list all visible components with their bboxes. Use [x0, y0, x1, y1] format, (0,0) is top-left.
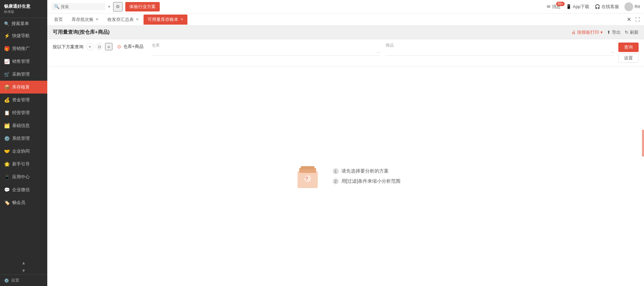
sidebar-item-inventory[interactable]: 📦 库存核算 — [0, 81, 47, 94]
page-header: 可用量查询(按仓库+商品) 🖨 按模板打印 ▾ ⬆ 导出 ↻ 刷新 — [47, 26, 644, 39]
sidebar-item-sales[interactable]: 📈 销售管理 — [0, 55, 47, 68]
sidebar-search-item[interactable]: 🔍 搜索菜单 — [0, 18, 47, 29]
logo-sub: 标准版 — [4, 9, 43, 14]
sidebar-search-label: 搜索菜单 — [11, 21, 29, 27]
sidebar-item-label: 营销推广 — [12, 46, 30, 52]
btn-template-print[interactable]: 🖨 按模板打印 ▾ — [571, 29, 603, 35]
goods-more-btn[interactable]: ··· — [611, 50, 614, 55]
tab-receipt-summary-close[interactable]: ✕ — [136, 17, 139, 22]
btn-settings[interactable]: 设置 — [618, 53, 639, 63]
sidebar-item-system[interactable]: ⚙️ 系统管理 — [0, 132, 47, 145]
sidebar-item-label: 快捷导航 — [12, 33, 30, 39]
sidebar-item-label: 销售管理 — [12, 58, 30, 64]
user-name: Rit — [635, 4, 640, 9]
tab-receipt-summary-label: 收发存汇总表 — [107, 17, 134, 23]
tab-available-ledger-close[interactable]: ✕ — [180, 17, 183, 22]
sidebar-item-label: 资金管理 — [12, 97, 30, 103]
sidebar-item-appcenter[interactable]: 📱 应用中心 — [0, 171, 47, 183]
sidebar-item-label: 企业协同 — [12, 148, 30, 154]
sidebar-item-label: 企业微信 — [12, 187, 30, 193]
search-icon: 🔍 — [4, 21, 9, 26]
msg-badge: 99+ — [556, 2, 565, 6]
sidebar-item-label: 经营管理 — [12, 110, 30, 116]
sidebar-item-wechat[interactable]: 💬 企业微信 — [0, 183, 47, 196]
filter-label: 按以下方案查询 — [53, 43, 83, 50]
wechat-icon: 💬 — [4, 187, 9, 192]
tab-maximize[interactable]: ⛶ — [634, 17, 641, 22]
sidebar-item-finance[interactable]: 💰 资金管理 — [0, 94, 47, 106]
topbar-dropdown-icon[interactable]: ▾ — [108, 4, 110, 9]
marketing-icon: 🎁 — [4, 46, 9, 51]
content-area: 可用量查询(按仓库+商品) 🖨 按模板打印 ▾ ⬆ 导出 ↻ 刷新 按以下方案 — [47, 26, 644, 286]
goods-input[interactable] — [386, 50, 610, 55]
sidebar-bottom-settings[interactable]: ⚙️ 设置 — [0, 275, 47, 286]
service-icon: 🎧 — [595, 4, 600, 9]
sidebar: 畅康通好生意 标准版 🔍 搜索菜单 ⚡ 快捷导航 🎁 营销推广 📈 销售管理 🛒… — [0, 0, 47, 286]
btn-collapse[interactable]: « — [105, 43, 112, 50]
empty-tip-1: 1 请先选择要分析的方案 — [333, 168, 401, 174]
tab-batch-account[interactable]: 库存批次账 ✕ — [68, 15, 103, 25]
tip-num-1: 1 — [333, 168, 339, 174]
sidebar-item-enterprise[interactable]: 🤝 企业协同 — [0, 145, 47, 158]
app-icon: 📱 — [566, 4, 571, 9]
sidebar-logo: 畅康通好生意 标准版 — [0, 0, 47, 18]
topbar-search-box[interactable]: 🔍 — [51, 3, 105, 10]
main-area: 🔍 ▾ ⚙ 体验行业方案 ✉ 消息 99+ 📱 App下载 🎧 在线客服 Rit — [47, 0, 644, 286]
tab-batch-account-close[interactable]: ✕ — [96, 17, 99, 22]
template-print-dropdown[interactable]: ▾ — [600, 30, 603, 35]
tab-available-ledger-label: 可用量库存账本 — [148, 17, 178, 23]
tip-text-1: 请先选择要分析的方案 — [341, 168, 389, 174]
purchase-icon: 🛒 — [4, 72, 9, 77]
tab-available-ledger[interactable]: 可用量库存账本 ✕ — [144, 15, 187, 25]
settings-icon: ⚙️ — [4, 278, 9, 283]
empty-tip-2: 2 用[过滤]条件来缩小分析范围 — [333, 178, 401, 184]
industry-btn[interactable]: 体验行业方案 — [125, 2, 160, 11]
tabbar-actions: ✕ ⛶ — [625, 16, 641, 23]
app-label: App下载 — [573, 4, 589, 10]
tab-batch-account-label: 库存批次账 — [72, 17, 94, 23]
sidebar-item-marketing[interactable]: 🎁 营销推广 — [0, 42, 47, 55]
goods-input-container: ··· — [386, 49, 614, 56]
quick-nav-icon: ⚡ — [4, 33, 9, 38]
scheme-item-warehouse-goods[interactable]: ⊙ 仓库+商品 — [114, 43, 146, 51]
warehouse-input[interactable] — [152, 50, 376, 55]
topbar-msg[interactable]: ✉ 消息 99+ — [547, 4, 561, 10]
btn-add-scheme[interactable]: + — [86, 43, 94, 50]
sidebar-item-operation[interactable]: 📋 经营管理 — [0, 106, 47, 119]
appcenter-icon: 📱 — [4, 174, 9, 180]
topbar-user[interactable]: Rit — [624, 2, 640, 11]
tip-text-2: 用[过滤]条件来缩小分析范围 — [341, 178, 401, 184]
tab-home[interactable]: 首页 — [50, 15, 67, 25]
topbar-gear-button[interactable]: ⚙ — [113, 2, 123, 11]
filter-field-warehouse: 仓库 ··· — [152, 43, 380, 56]
btn-refresh[interactable]: ↻ 刷新 — [625, 29, 639, 35]
refresh-icon: ↻ — [625, 30, 628, 35]
sidebar-scroll-up[interactable]: ▲ — [0, 259, 47, 267]
goods-field-label: 商品 — [386, 43, 614, 48]
msg-icon: ✉ — [547, 4, 550, 9]
topbar-app[interactable]: 📱 App下载 — [566, 4, 589, 10]
warehouse-more-btn[interactable]: ··· — [377, 50, 380, 55]
tab-close-all[interactable]: ✕ — [625, 16, 633, 23]
sidebar-item-purchase[interactable]: 🛒 采购管理 — [0, 68, 47, 81]
action-buttons: 查询 设置 — [618, 43, 639, 63]
sidebar-item-quick-nav[interactable]: ⚡ 快捷导航 — [0, 29, 47, 42]
sidebar-item-member[interactable]: 🏷️ 畅会员 — [0, 196, 47, 209]
page-header-actions: 🖨 按模板打印 ▾ ⬆ 导出 ↻ 刷新 — [571, 29, 639, 35]
topbar: 🔍 ▾ ⚙ 体验行业方案 ✉ 消息 99+ 📱 App下载 🎧 在线客服 Rit — [47, 0, 644, 14]
topbar-service[interactable]: 🎧 在线客服 — [595, 4, 619, 10]
sidebar-scroll-down[interactable]: ▼ — [0, 267, 47, 275]
btn-manage-scheme[interactable]: ⊙ — [96, 43, 103, 50]
btn-query[interactable]: 查询 — [618, 43, 639, 52]
right-scrollbar-hint — [642, 130, 644, 157]
sidebar-item-label: 采购管理 — [12, 71, 30, 77]
topbar-search-input[interactable] — [61, 4, 101, 9]
sidebar-item-newuser[interactable]: 🌟 新手引导 — [0, 158, 47, 171]
tab-receipt-summary[interactable]: 收发存汇总表 ✕ — [103, 15, 143, 25]
sidebar-item-label: 库存核算 — [12, 84, 30, 90]
sidebar-item-basic[interactable]: 🗂️ 基础信息 — [0, 119, 47, 132]
btn-export[interactable]: ⬆ 导出 — [607, 29, 621, 35]
sales-icon: 📈 — [4, 59, 9, 64]
basic-icon: 🗂️ — [4, 123, 9, 128]
sidebar-item-label: 畅会员 — [12, 200, 25, 206]
